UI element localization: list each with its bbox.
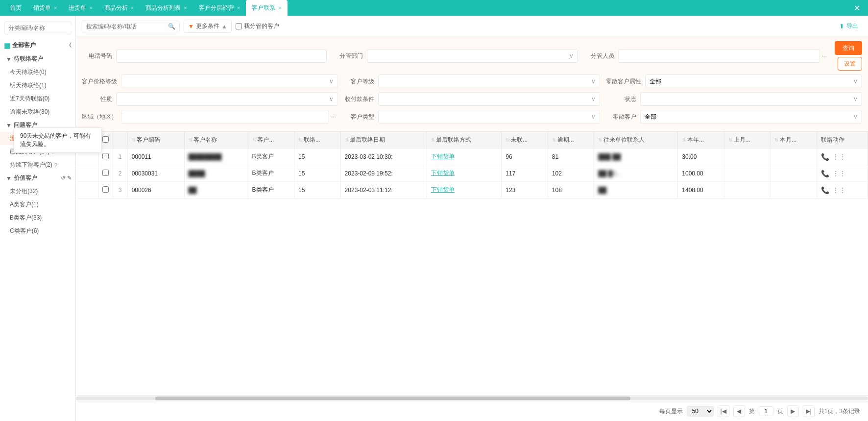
sidebar-item-today-contact[interactable]: 今天待联络(0) bbox=[0, 66, 75, 79]
close-customer-contact-icon[interactable]: × bbox=[278, 0, 281, 16]
row-checkbox[interactable] bbox=[98, 182, 113, 198]
row-select-checkbox[interactable] bbox=[102, 186, 109, 193]
more-action-icon[interactable]: ⋮⋮ bbox=[832, 186, 846, 194]
row-not-contacted: 117 bbox=[502, 165, 548, 182]
select-all-checkbox[interactable] bbox=[102, 136, 109, 143]
action-icons-group: 📞 ⋮⋮ bbox=[821, 153, 864, 161]
first-page-btn[interactable]: |◀ bbox=[718, 405, 729, 417]
contact-action-icon[interactable]: 📞 bbox=[821, 153, 829, 161]
contact-method-link[interactable]: 下销货单 bbox=[431, 186, 455, 193]
sidebar-item-ungrouped[interactable]: 未分组(32) bbox=[0, 185, 75, 198]
contact-method-link[interactable]: 下销货单 bbox=[431, 170, 455, 176]
region-more-icon[interactable]: ··· bbox=[329, 113, 338, 120]
table-row: 2 00030031 ████ B类客户 15 2023-02-09 19:52… bbox=[76, 165, 868, 182]
dept-select[interactable]: ∨ bbox=[367, 49, 578, 63]
edit-icon[interactable]: ✎ bbox=[67, 175, 72, 181]
sidebar-item-overdue-contact[interactable]: 逾期未联络(30) bbox=[0, 105, 75, 119]
sidebar-item-class-b[interactable]: B类客户(33) bbox=[0, 211, 75, 224]
nav-home[interactable]: 首页 bbox=[4, 0, 27, 16]
row-checkbox[interactable] bbox=[98, 165, 113, 182]
customer-grade-select[interactable]: ∨ bbox=[378, 74, 600, 88]
payment-select[interactable]: ∨ bbox=[378, 92, 600, 106]
export-btn[interactable]: ⬆ 导出 bbox=[835, 20, 862, 32]
pending-contact-section[interactable]: ▼ 待联络客户 bbox=[0, 52, 75, 66]
last-page-btn[interactable]: ▶| bbox=[803, 405, 815, 417]
contact-action-icon[interactable]: 📞 bbox=[821, 170, 829, 177]
table-name-header[interactable]: 客户名称 bbox=[184, 132, 248, 149]
advanced-filter-panel: 电话号码 分管部门 ∨ 分管人员 ··· 查询 设置 bbox=[76, 37, 868, 132]
row-select-checkbox[interactable] bbox=[102, 170, 109, 176]
value-customers-section[interactable]: ▼ 价值客户 ↺ ✎ bbox=[0, 172, 75, 185]
customer-type-select[interactable]: ∨ bbox=[378, 110, 600, 124]
settings-button[interactable]: 设置 bbox=[838, 57, 862, 71]
top-navigation: 首页 销货单 × 进货单 × 商品分析 × 商品分析列表 × 客户分层经营 × … bbox=[0, 0, 868, 16]
more-action-icon[interactable]: ⋮⋮ bbox=[832, 153, 846, 161]
scroll-thumb[interactable] bbox=[155, 396, 630, 400]
prev-page-btn[interactable]: ◀ bbox=[733, 405, 745, 417]
sidebar-search-box[interactable]: 🔍 bbox=[4, 22, 72, 34]
more-action-icon[interactable]: ⋮⋮ bbox=[832, 170, 846, 177]
nav-customer-contact[interactable]: 客户联系 × bbox=[246, 0, 287, 16]
more-conditions-btn[interactable]: ▼ 更多条件 ▲ bbox=[184, 20, 232, 33]
table-last-contact-date-header[interactable]: 最后联络日期 bbox=[340, 132, 427, 149]
region-input[interactable] bbox=[121, 110, 329, 124]
horizontal-scrollbar[interactable] bbox=[76, 395, 868, 401]
filter-customer-grade: 客户等级 ∨ bbox=[344, 74, 600, 88]
filter-search-input[interactable] bbox=[86, 23, 168, 30]
filter-search-box[interactable]: 🔍 bbox=[82, 21, 180, 32]
filter-search-icon[interactable]: 🔍 bbox=[168, 23, 175, 30]
table-this-month-header[interactable]: 本月... bbox=[771, 132, 817, 149]
nav-product-analysis-list[interactable]: 商品分析列表 × bbox=[140, 0, 193, 16]
sidebar-item-declining-customers[interactable]: 持续下滑客户(2) ? bbox=[0, 158, 75, 172]
status-select[interactable]: ∨ bbox=[640, 92, 862, 106]
sidebar-item-week-contact[interactable]: 近7天待联络(0) bbox=[0, 92, 75, 105]
nav-purchase-order[interactable]: 进货单 × bbox=[63, 0, 98, 16]
retail-customer-select[interactable]: 全部 ∨ bbox=[640, 110, 862, 124]
row-actions: 📞 ⋮⋮ bbox=[817, 182, 868, 198]
my-customers-checkbox-input[interactable] bbox=[236, 23, 242, 29]
query-button[interactable]: 查询 bbox=[835, 41, 862, 55]
close-purchase-order-icon[interactable]: × bbox=[89, 0, 92, 16]
row-last-contact-method[interactable]: 下销货单 bbox=[427, 182, 502, 198]
manager-more-icon[interactable]: ··· bbox=[820, 52, 829, 59]
per-page-select[interactable]: 50 100 bbox=[687, 406, 714, 417]
table-contact-num-header[interactable]: 联络... bbox=[294, 132, 341, 149]
page-number-input[interactable] bbox=[759, 406, 773, 416]
sidebar-item-class-a[interactable]: A类客户(1) bbox=[0, 198, 75, 211]
phone-input[interactable] bbox=[116, 49, 327, 63]
table-overdue-header[interactable]: 逾期... bbox=[548, 132, 594, 149]
sidebar-item-tomorrow-contact[interactable]: 明天待联络(1) bbox=[0, 79, 75, 92]
table-not-contacted-header[interactable]: 未联... bbox=[502, 132, 548, 149]
nav-sales-order[interactable]: 销货单 × bbox=[27, 0, 63, 16]
all-customers-header[interactable]: ▦ 全部客户 《 bbox=[0, 38, 75, 52]
manager-input[interactable] bbox=[618, 49, 820, 63]
contact-method-link[interactable]: 下销货单 bbox=[431, 153, 455, 160]
close-sales-order-icon[interactable]: × bbox=[54, 0, 57, 16]
row-last-contact-method[interactable]: 下销货单 bbox=[427, 149, 502, 165]
sidebar-item-class-c[interactable]: C类客户(6) bbox=[0, 224, 75, 238]
table-last-contact-method-header[interactable]: 最后联络方式 bbox=[427, 132, 502, 149]
table-last-month-header[interactable]: 上月... bbox=[724, 132, 771, 149]
nature-select[interactable]: ∨ bbox=[116, 92, 338, 106]
row-select-checkbox[interactable] bbox=[102, 153, 109, 159]
refresh-icon[interactable]: ↺ bbox=[61, 175, 65, 181]
my-customers-checkbox[interactable]: 我分管的客户 bbox=[236, 22, 279, 30]
table-this-year-header[interactable]: 本年... bbox=[678, 132, 724, 149]
row-name: ████ bbox=[184, 165, 248, 182]
price-grade-select[interactable]: ∨ bbox=[121, 74, 338, 88]
row-last-contact-method[interactable]: 下销货单 bbox=[427, 165, 502, 182]
table-customer-type-header[interactable]: 客户... bbox=[248, 132, 294, 149]
next-page-btn[interactable]: ▶ bbox=[787, 405, 799, 417]
nav-product-analysis[interactable]: 商品分析 × bbox=[98, 0, 140, 16]
close-customer-seg-icon[interactable]: × bbox=[237, 0, 240, 16]
contact-action-icon[interactable]: 📞 bbox=[821, 186, 829, 194]
nav-customer-segmentation[interactable]: 客户分层经营 × bbox=[193, 0, 246, 16]
retail-attr-select[interactable]: 全部 ∨ bbox=[645, 74, 862, 88]
close-all-icon[interactable]: ✕ bbox=[850, 1, 864, 15]
close-product-analysis-icon[interactable]: × bbox=[131, 0, 134, 16]
table-code-header[interactable]: 客户编码 bbox=[127, 132, 184, 149]
row-actions: 📞 ⋮⋮ bbox=[817, 149, 868, 165]
sidebar-search-input[interactable] bbox=[8, 25, 76, 31]
close-product-analysis-list-icon[interactable]: × bbox=[184, 0, 187, 16]
table-contact-person-header[interactable]: 往来单位联系人 bbox=[594, 132, 678, 149]
